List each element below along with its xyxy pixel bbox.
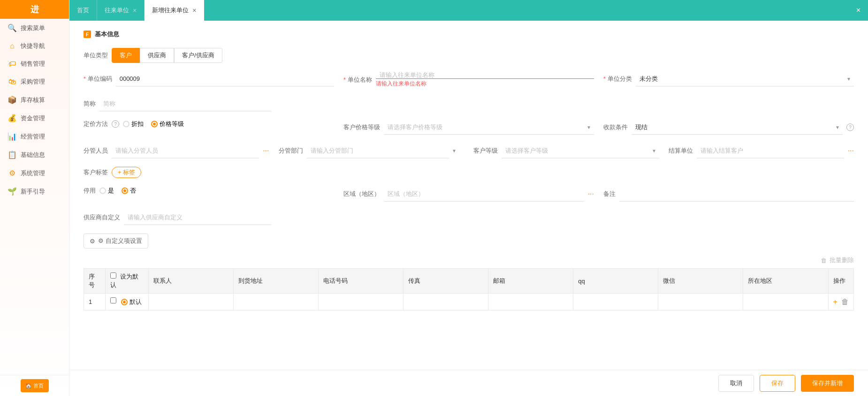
- delete-row-button[interactable]: 🗑: [841, 298, 849, 306]
- sidebar-item-guide[interactable]: 🌱 新手引导: [0, 182, 69, 201]
- main-container: 首页 往来单位 × 新增往来单位 × × F 基本信息 单位类型 客户 供应商: [69, 0, 868, 396]
- settlement-more-btn[interactable]: ···: [848, 147, 854, 155]
- manager-row: 分管人员 ··· 分管部门 ▾ 客户等级 请选择客户等级 ▾ 结算单位: [84, 143, 854, 158]
- unit-type-field: 单位类型 客户 供应商 客户/供应商: [84, 48, 854, 63]
- sidebar-item-quicknav[interactable]: ⌂ 快捷导航: [0, 37, 69, 55]
- customer-tag-label: 客户标签: [84, 168, 108, 177]
- pricing-level-option[interactable]: 价格等级: [151, 120, 184, 128]
- unit-category-value: 未分类: [640, 75, 658, 83]
- settlement-unit-input[interactable]: [697, 143, 844, 158]
- customer-price-level-select[interactable]: 请选择客户价格等级 ▾: [384, 120, 594, 135]
- unit-category-field: 单位分类 未分类 ▾: [603, 71, 854, 86]
- pricing-level-radio: [151, 121, 158, 127]
- customize-settings-button[interactable]: ⚙ ⚙ 自定义项设置: [84, 233, 148, 248]
- supplier-custom-row: 供应商自定义: [84, 210, 854, 225]
- unit-type-both-btn[interactable]: 客户/供应商: [174, 48, 222, 63]
- payment-terms-select[interactable]: 现结 ▾: [632, 120, 843, 135]
- customer-level-select[interactable]: 请选择客户等级 ▾: [502, 143, 659, 158]
- short-name-input[interactable]: [99, 96, 271, 111]
- phone-input[interactable]: [323, 298, 398, 305]
- trash-icon: 🗑: [821, 257, 827, 264]
- manager-label: 分管人员: [84, 147, 108, 155]
- qq-input[interactable]: [578, 298, 653, 305]
- supplier-custom-input[interactable]: [124, 210, 271, 225]
- tab-new-partner[interactable]: 新增往来单位 ×: [145, 0, 204, 21]
- unit-type-customer-btn[interactable]: 客户: [112, 48, 140, 63]
- bottom-action-bar: 取消 保存 保存并新增: [69, 370, 868, 396]
- sidebar-item-inventory[interactable]: 📦 库存核算: [0, 91, 69, 109]
- email-input[interactable]: [493, 298, 568, 305]
- cell-qq[interactable]: [573, 294, 658, 311]
- tab-home[interactable]: 首页: [69, 0, 97, 21]
- address-input[interactable]: [238, 298, 313, 305]
- add-tag-button[interactable]: + 标签: [112, 167, 141, 178]
- sidebar-item-basicinfo[interactable]: 📋 基础信息: [0, 146, 69, 164]
- window-close-button[interactable]: ×: [849, 0, 868, 21]
- contact-input[interactable]: [153, 298, 228, 305]
- customize-settings-label: ⚙ 自定义项设置: [98, 237, 142, 245]
- manager-input[interactable]: [112, 143, 259, 158]
- short-name-row: 简称: [84, 96, 854, 111]
- sprout-icon: 🌱: [8, 187, 17, 196]
- region-input[interactable]: [384, 186, 584, 202]
- unit-type-supplier-btn[interactable]: 供应商: [140, 48, 174, 63]
- unit-type-group: 客户 供应商 客户/供应商: [112, 48, 222, 63]
- cell-fax[interactable]: [404, 294, 488, 311]
- row-checkbox[interactable]: [110, 297, 116, 303]
- sidebar-item-label: 快捷导航: [21, 42, 45, 50]
- sidebar-item-search[interactable]: 🔍 搜索菜单: [0, 19, 69, 37]
- dept-input[interactable]: [307, 143, 449, 158]
- cell-region[interactable]: [743, 294, 828, 311]
- bag-icon: 🛍: [8, 78, 17, 86]
- cancel-button[interactable]: 取消: [718, 375, 754, 392]
- cell-email[interactable]: [488, 294, 573, 311]
- save-and-new-button[interactable]: 保存并新增: [801, 375, 854, 392]
- batch-delete-label[interactable]: 批量删除: [830, 256, 854, 264]
- unit-name-input[interactable]: [376, 71, 594, 79]
- region-more-btn[interactable]: ···: [588, 190, 594, 198]
- select-all-checkbox[interactable]: [110, 272, 116, 279]
- tab-partners[interactable]: 往来单位 ×: [97, 0, 145, 21]
- dept-label: 分管部门: [279, 147, 303, 155]
- sidebar-item-label: 基础信息: [21, 151, 45, 159]
- unit-type-label: 单位类型: [84, 51, 108, 60]
- sidebar-item-system[interactable]: ⚙ 系统管理: [0, 164, 69, 182]
- payment-help-icon[interactable]: ?: [846, 124, 854, 131]
- sidebar-item-label: 系统管理: [21, 169, 45, 178]
- short-name-label: 简称: [84, 100, 96, 108]
- gear-icon: ⚙: [90, 238, 95, 245]
- sidebar-logo: 进: [0, 0, 69, 19]
- cell-contact[interactable]: [148, 294, 233, 311]
- tab-new-partner-close[interactable]: ×: [192, 7, 196, 14]
- cell-phone[interactable]: [318, 294, 403, 311]
- tab-partners-close[interactable]: ×: [133, 7, 137, 14]
- cell-wechat[interactable]: [658, 294, 743, 311]
- unit-category-label: 单位分类: [603, 75, 632, 83]
- manager-more-btn[interactable]: ···: [263, 147, 269, 155]
- disabled-yes-label: 是: [108, 186, 114, 195]
- settlement-unit-field: 结算单位 ···: [669, 143, 854, 158]
- remark-input[interactable]: [619, 186, 854, 202]
- gear-icon: ⚙: [8, 169, 17, 178]
- add-row-button[interactable]: +: [833, 298, 838, 306]
- sidebar-footer-btn[interactable]: 🏠 首页: [21, 379, 49, 392]
- default-radio-item[interactable]: 默认: [121, 298, 142, 306]
- short-name-field: 简称: [84, 96, 271, 111]
- disabled-yes-option[interactable]: 是: [99, 186, 114, 195]
- sidebar-item-purchase[interactable]: 🛍 采购管理: [0, 73, 69, 91]
- pricing-discount-option[interactable]: 折扣: [123, 120, 144, 128]
- fax-input[interactable]: [408, 298, 483, 305]
- sidebar-item-operations[interactable]: 📊 经营管理: [0, 127, 69, 146]
- cell-address[interactable]: [233, 294, 318, 311]
- payment-terms-label: 收款条件: [603, 123, 628, 132]
- sidebar-item-sales[interactable]: 🏷 销售管理: [0, 55, 69, 73]
- pricing-help-icon[interactable]: ?: [112, 120, 119, 128]
- wechat-input[interactable]: [663, 298, 738, 305]
- save-button[interactable]: 保存: [760, 375, 795, 392]
- region-table-input[interactable]: [748, 298, 823, 305]
- unit-category-select[interactable]: 未分类 ▾: [636, 71, 854, 86]
- unit-code-input[interactable]: [116, 71, 334, 86]
- sidebar-item-finance[interactable]: 💰 资金管理: [0, 109, 69, 127]
- dept-select[interactable]: ▾: [453, 143, 464, 158]
- disabled-no-option[interactable]: 否: [122, 186, 136, 195]
